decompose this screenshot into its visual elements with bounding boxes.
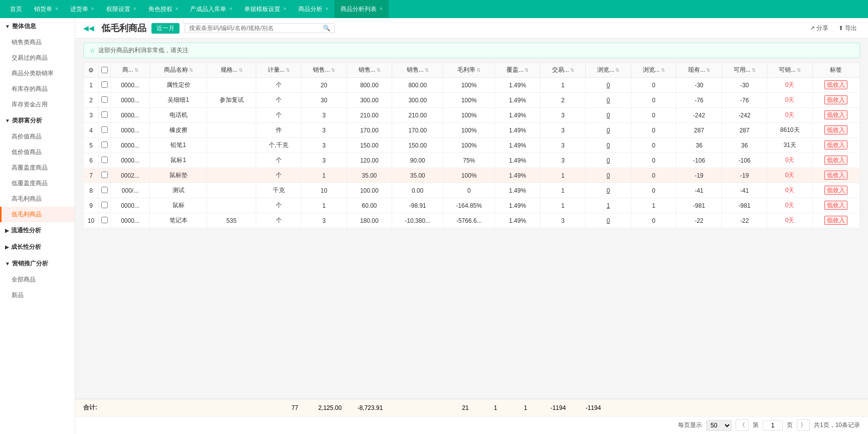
view1-link[interactable]: 0 (607, 97, 610, 104)
nav-products[interactable]: 产成品入库单 × (184, 0, 238, 18)
view1-link[interactable]: 0 (607, 172, 610, 179)
sort-spec-icon[interactable]: ⇅ (239, 67, 243, 73)
cell-view1[interactable]: 0 (586, 168, 631, 183)
cell-view1[interactable]: 0 (586, 153, 631, 168)
sidebar-group-overall[interactable]: ▼ 整体信息 (0, 18, 75, 35)
nav-home[interactable]: 首页 (4, 0, 28, 18)
sort-view1-icon[interactable]: ⇅ (615, 67, 619, 73)
cell-checkbox[interactable] (99, 108, 111, 123)
row-checkbox[interactable] (101, 111, 108, 118)
search-input[interactable] (189, 25, 323, 32)
search-box[interactable]: 🔍 (185, 23, 335, 33)
prev-page-button[interactable]: 〈 (736, 419, 749, 431)
page-number-input[interactable] (763, 420, 783, 430)
date-filter-button[interactable]: 近一月 (151, 23, 180, 34)
cell-checkbox[interactable] (99, 153, 111, 168)
search-icon[interactable]: 🔍 (323, 25, 330, 32)
sidebar-item-low-value[interactable]: 低价值商品 (0, 144, 75, 160)
view1-link[interactable]: 0 (607, 187, 610, 194)
nav-sales[interactable]: 销货单 × (28, 0, 64, 18)
nav-sales-close[interactable]: × (55, 0, 58, 18)
sidebar-item-all-products[interactable]: 全部商品 (0, 272, 75, 287)
row-checkbox[interactable] (101, 157, 108, 163)
nav-purchase-close[interactable]: × (91, 0, 94, 18)
row-checkbox[interactable] (101, 126, 108, 133)
sidebar-item-high-value[interactable]: 高价值商品 (0, 129, 75, 144)
cell-view1[interactable]: 0 (586, 183, 631, 198)
cell-checkbox[interactable] (99, 138, 111, 153)
cell-view1[interactable]: 0 (586, 93, 631, 108)
sidebar-item-stocked-products[interactable]: 有库存的商品 (0, 81, 75, 97)
sidebar-group-growth[interactable]: ▶ 成长性分析 (0, 239, 75, 255)
sort-coverage-icon[interactable]: ⇅ (525, 67, 529, 73)
nav-templates[interactable]: 单据模板设置 × (238, 0, 292, 18)
sidebar-item-new-products[interactable]: 新品 (0, 287, 75, 303)
sidebar-item-high-margin[interactable]: 高毛利商品 (0, 191, 75, 207)
export-button[interactable]: ⬆ 导出 (835, 23, 860, 34)
sidebar-item-sales-products[interactable]: 销售类商品 (0, 35, 75, 50)
cell-view1[interactable]: 0 (586, 138, 631, 153)
sidebar-toggle-icon[interactable]: ◀◀ (83, 24, 94, 32)
nav-analysis[interactable]: 商品分析 × (292, 0, 334, 18)
cell-view1[interactable]: 0 (586, 78, 631, 93)
nav-analysis-close[interactable]: × (325, 0, 328, 18)
row-checkbox[interactable] (101, 141, 108, 148)
cell-checkbox[interactable] (99, 168, 111, 183)
sort-current-stock-icon[interactable]: ⇅ (706, 67, 710, 73)
row-checkbox[interactable] (101, 202, 108, 208)
sidebar-group-marketing[interactable]: ▼ 营销推广分析 (0, 255, 75, 272)
cell-view1[interactable]: 0 (586, 123, 631, 138)
sort-saleable-icon[interactable]: ⇅ (797, 67, 801, 73)
share-button[interactable]: ↗ 分享 (807, 23, 831, 34)
view1-link[interactable]: 0 (607, 112, 610, 119)
sort-sale-price-icon[interactable]: ⇅ (377, 67, 381, 73)
sidebar-item-traded-products[interactable]: 交易过的商品 (0, 50, 75, 66)
sort-sale-qty-icon[interactable]: ⇅ (331, 67, 335, 73)
cell-checkbox[interactable] (99, 123, 111, 138)
sidebar-group-circulation[interactable]: ▶ 流通性分析 (0, 222, 75, 239)
cell-view1[interactable]: 0 (586, 108, 631, 123)
view1-link[interactable]: 0 (607, 127, 610, 134)
row-checkbox[interactable] (101, 81, 108, 88)
sidebar-item-category-rate[interactable]: 商品分类助销率 (0, 66, 75, 81)
sidebar-item-high-coverage[interactable]: 高覆盖度商品 (0, 160, 75, 176)
cell-view1[interactable]: 0 (586, 213, 631, 228)
sort-avail-stock-icon[interactable]: ⇅ (752, 67, 756, 73)
row-checkbox[interactable] (101, 172, 108, 178)
cell-view1[interactable]: 1 (586, 198, 631, 213)
nav-roles-close[interactable]: × (176, 0, 179, 18)
nav-roles[interactable]: 角色授权 × (142, 0, 185, 18)
sort-trade-icon[interactable]: ⇅ (570, 67, 574, 73)
select-all-checkbox[interactable] (101, 67, 108, 73)
cell-checkbox[interactable] (99, 93, 111, 108)
sort-view2-icon[interactable]: ⇅ (661, 67, 665, 73)
nav-analysis-list[interactable]: 商品分析列表 × (334, 0, 389, 18)
row-checkbox[interactable] (101, 217, 108, 223)
sort-name-icon[interactable]: ⇅ (189, 67, 193, 73)
view1-link[interactable]: 0 (607, 142, 610, 149)
nav-permissions-close[interactable]: × (133, 0, 136, 18)
settings-icon[interactable]: ⚙ (88, 67, 94, 74)
cell-checkbox[interactable] (99, 183, 111, 198)
nav-analysis-list-close[interactable]: × (380, 0, 383, 18)
cell-checkbox[interactable] (99, 78, 111, 93)
cell-checkbox[interactable] (99, 198, 111, 213)
sidebar-item-low-margin[interactable]: 低毛利商品 (0, 207, 75, 222)
per-page-select[interactable]: 50 100 200 (706, 420, 732, 431)
sort-gross-rate-icon[interactable]: ⇅ (476, 67, 480, 73)
nav-templates-close[interactable]: × (283, 0, 286, 18)
sidebar-item-stock-funds[interactable]: 库存资金占用 (0, 97, 75, 112)
row-checkbox[interactable] (101, 96, 108, 103)
nav-purchase[interactable]: 进货单 × (64, 0, 100, 18)
sidebar-item-low-coverage[interactable]: 低覆盖度商品 (0, 176, 75, 191)
nav-permissions[interactable]: 权限设置 × (100, 0, 142, 18)
sort-code-icon[interactable]: ⇅ (134, 67, 138, 73)
view1-link[interactable]: 0 (607, 157, 610, 164)
th-checkbox[interactable] (99, 63, 111, 78)
sort-sale-amount-icon[interactable]: ⇅ (425, 67, 429, 73)
nav-products-close[interactable]: × (229, 0, 232, 18)
row-checkbox[interactable] (101, 187, 108, 193)
sidebar-group-cluster[interactable]: ▼ 类群富分析 (0, 112, 75, 129)
view1-link[interactable]: 0 (607, 217, 610, 224)
th-settings[interactable]: ⚙ (84, 63, 99, 78)
